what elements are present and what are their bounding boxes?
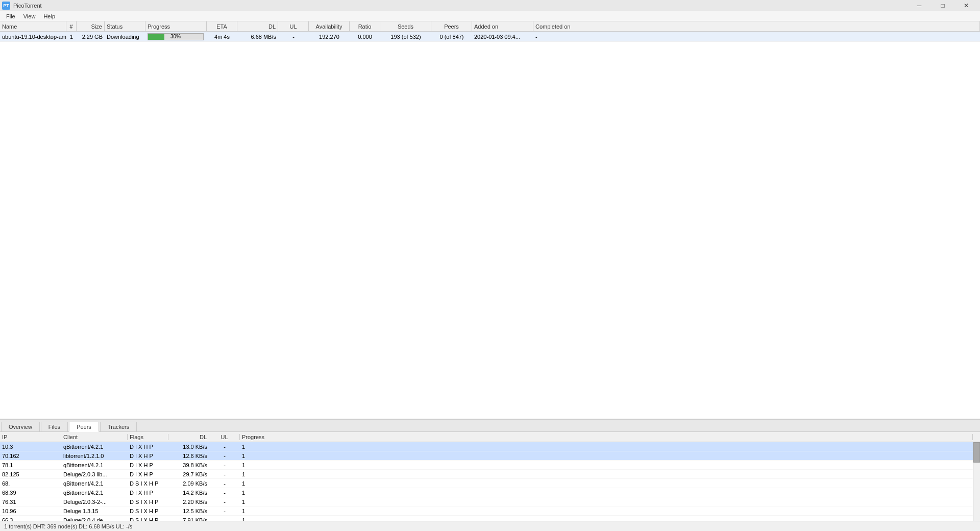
list-item[interactable]: 68.39 qBittorrent/4.2.1 D I X H P 14.2 K… — [0, 488, 973, 497]
list-item[interactable]: 82.125 Deluge/2.0.3 lib... D I X H P 29.… — [0, 470, 973, 479]
header-completed-on[interactable]: Completed on — [533, 21, 980, 31]
header-size[interactable]: Size — [77, 21, 105, 31]
peers-scrollbar[interactable] — [973, 442, 980, 521]
list-item[interactable]: 78.1 qBittorrent/4.2.1 D I X H P 39.8 KB… — [0, 461, 973, 470]
peer-ip: 70.162 — [0, 451, 61, 460]
header-availability[interactable]: Availability — [309, 21, 350, 31]
close-button[interactable]: ✕ — [954, 0, 978, 11]
torrent-availability: 192.270 — [309, 32, 350, 41]
header-progress[interactable]: Progress — [145, 21, 207, 31]
progress-bar-label: 30% — [148, 34, 203, 40]
peer-client: Deluge/2.0.3-2-... — [61, 497, 128, 506]
peer-client: qBittorrent/4.2.1 — [61, 488, 128, 497]
peer-flags: D I X H P — [128, 461, 168, 469]
peer-client: Deluge/2.0.4.de... — [61, 516, 128, 521]
torrent-table-header: Name # Size Status Progress ETA DL UL Av… — [0, 21, 980, 32]
peers-list: 10.3 qBittorrent/4.2.1 D I X H P 13.0 KB… — [0, 442, 973, 521]
peer-ul: - — [209, 479, 240, 488]
peer-ip: 66.3 — [0, 516, 61, 521]
peer-ul: - — [209, 488, 240, 497]
header-status[interactable]: Status — [105, 21, 145, 31]
header-name[interactable]: Name — [0, 21, 66, 31]
list-item[interactable]: 68. qBittorrent/4.2.1 D S I X H P 2.09 K… — [0, 479, 973, 488]
list-item[interactable]: 10.96 Deluge 1.3.15 D S I X H P 12.5 KB/… — [0, 506, 973, 516]
tabs-bar: Overview Files Peers Trackers — [0, 420, 980, 432]
peers-table-header: IP Client Flags DL UL Progress — [0, 432, 980, 442]
peer-flags: D S I X H P — [128, 516, 168, 521]
peer-flags: D S I X H P — [128, 497, 168, 506]
header-ul[interactable]: UL — [278, 21, 309, 31]
maximize-button[interactable]: □ — [931, 0, 954, 11]
torrent-completed-on: - — [533, 32, 980, 41]
torrent-name: ubuntu-19.10-desktop-am... — [0, 32, 66, 41]
peers-header-ip[interactable]: IP — [0, 434, 61, 440]
peer-ip: 78.1 — [0, 461, 61, 469]
torrent-dl: 6.68 MB/s — [237, 32, 278, 41]
peer-ip: 82.125 — [0, 470, 61, 478]
app-icon: PT — [2, 2, 10, 10]
peer-ip: 68.39 — [0, 488, 61, 497]
peer-client: Deluge 1.3.15 — [61, 506, 128, 515]
menu-help[interactable]: Help — [39, 12, 59, 20]
tab-peers[interactable]: Peers — [69, 422, 99, 432]
peers-header-dl[interactable]: DL — [168, 434, 209, 440]
peer-client: qBittorrent/4.2.1 — [61, 461, 128, 469]
menu-view[interactable]: View — [19, 12, 40, 20]
peers-header-ul[interactable]: UL — [209, 434, 240, 440]
peer-client: libtorrent/1.2.1.0 — [61, 451, 128, 460]
peer-flags: D I X H P — [128, 442, 168, 451]
peer-dl: 13.0 KB/s — [168, 442, 209, 451]
peer-progress: 1 — [240, 506, 973, 515]
peer-progress: 1 — [240, 451, 973, 460]
peer-dl: 39.8 KB/s — [168, 461, 209, 469]
window-controls: ─ □ ✕ — [908, 0, 978, 11]
peer-ul: - — [209, 516, 240, 521]
list-item[interactable]: 10.3 qBittorrent/4.2.1 D I X H P 13.0 KB… — [0, 442, 973, 451]
peer-progress: 1 — [240, 442, 973, 451]
torrent-hash: 1 — [66, 32, 77, 41]
peer-progress: 1 — [240, 488, 973, 497]
peer-client: Deluge/2.0.3 lib... — [61, 470, 128, 478]
list-item[interactable]: 70.162 libtorrent/1.2.1.0 D I X H P 12.6… — [0, 451, 973, 461]
torrent-eta: 4m 4s — [207, 32, 237, 41]
header-hash[interactable]: # — [66, 21, 77, 31]
torrent-size: 2.29 GB — [77, 32, 105, 41]
peer-flags: D S I X H P — [128, 479, 168, 488]
peer-ip: 10.3 — [0, 442, 61, 451]
menu-file[interactable]: File — [2, 12, 19, 20]
peer-ip: 10.96 — [0, 506, 61, 515]
peers-header-progress[interactable]: Progress — [240, 434, 973, 440]
torrent-added-on: 2020-01-03 09:4... — [472, 32, 533, 41]
peer-flags: D I X H P — [128, 470, 168, 478]
torrent-ratio: 0.000 — [350, 32, 380, 41]
header-ratio[interactable]: Ratio — [350, 21, 380, 31]
status-text: 1 torrent(s) DHT: 369 node(s) DL: 6.68 M… — [4, 523, 132, 529]
tab-overview[interactable]: Overview — [1, 422, 40, 431]
peers-header-client[interactable]: Client — [61, 434, 128, 440]
peer-client: qBittorrent/4.2.1 — [61, 479, 128, 488]
peer-ip: 76.31 — [0, 497, 61, 506]
peer-progress: 1 — [240, 516, 973, 521]
minimize-button[interactable]: ─ — [908, 0, 931, 11]
peer-ip: 68. — [0, 479, 61, 488]
list-item[interactable]: 66.3 Deluge/2.0.4.de... D S I X H P 7.91… — [0, 516, 973, 521]
peer-ul: - — [209, 470, 240, 478]
header-added-on[interactable]: Added on — [472, 21, 533, 31]
header-peers[interactable]: Peers — [431, 21, 472, 31]
torrent-progress: 30% — [145, 32, 207, 41]
header-seeds[interactable]: Seeds — [380, 21, 431, 31]
peer-ul: - — [209, 451, 240, 460]
torrent-seeds: 193 (of 532) — [380, 32, 431, 41]
table-row[interactable]: ubuntu-19.10-desktop-am... 1 2.29 GB Dow… — [0, 32, 980, 42]
title-bar: PT PicoTorrent ─ □ ✕ — [0, 0, 980, 11]
scrollbar-thumb[interactable] — [973, 442, 980, 463]
header-dl[interactable]: DL — [237, 21, 278, 31]
peer-ul: - — [209, 506, 240, 515]
tab-files[interactable]: Files — [41, 422, 68, 431]
peer-dl: 12.5 KB/s — [168, 506, 209, 515]
peer-dl: 29.7 KB/s — [168, 470, 209, 478]
list-item[interactable]: 76.31 Deluge/2.0.3-2-... D S I X H P 2.2… — [0, 497, 973, 506]
peers-header-flags[interactable]: Flags — [128, 434, 168, 440]
header-eta[interactable]: ETA — [207, 21, 237, 31]
tab-trackers[interactable]: Trackers — [100, 422, 137, 431]
